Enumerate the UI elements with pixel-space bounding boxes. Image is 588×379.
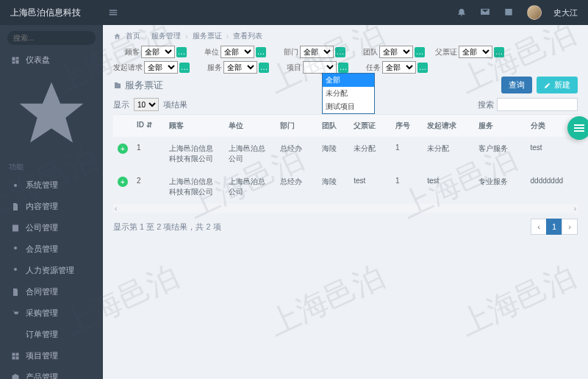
show-label: 显示 <box>113 99 129 110</box>
breadcrumb: 首页› 服务管理› 服务票证› 查看列表 <box>113 31 578 41</box>
col-header[interactable]: 序号 <box>391 115 423 138</box>
dropdown-option[interactable]: 未分配 <box>323 87 374 100</box>
col-header[interactable]: 发起请求 <box>423 115 474 138</box>
filter-select[interactable]: 全部 <box>141 46 175 58</box>
menu-toggle-icon[interactable] <box>103 2 123 23</box>
cell-req: 未分配 <box>423 138 474 171</box>
page-size-select[interactable]: 10 <box>134 98 159 111</box>
filter-select[interactable]: 全部 <box>223 61 257 74</box>
filter-select[interactable]: 全部 <box>382 61 416 74</box>
sidebar-item-cart[interactable]: 采购管理 <box>0 302 103 324</box>
gear-icon <box>11 181 20 190</box>
filter-select[interactable]: 全部 <box>220 46 254 58</box>
cell-id: 1 <box>132 138 165 171</box>
calendar-icon[interactable] <box>503 7 515 18</box>
sidebar-search-input[interactable] <box>7 31 96 45</box>
crumb[interactable]: 服务票证 <box>193 31 222 41</box>
bell-icon[interactable] <box>456 7 468 18</box>
pager-next[interactable]: › <box>562 219 578 235</box>
crumb[interactable]: 服务管理 <box>151 31 181 41</box>
filter-clear-icon[interactable]: … <box>256 47 266 57</box>
cell-team: 海陵 <box>318 138 349 171</box>
cell-dept: 总经办 <box>276 171 318 204</box>
filter-select[interactable]: 全部 <box>144 61 178 74</box>
filter-select[interactable]: 全部 <box>300 46 334 58</box>
filter-clear-icon[interactable]: … <box>176 47 187 57</box>
cell-unit: 上海邑泊总公司 <box>224 138 276 171</box>
brand-name: 上海邑泊信息科技 <box>0 7 103 19</box>
sidebar-item-doc[interactable]: 内容管理 <box>0 196 103 217</box>
mail-icon[interactable] <box>480 7 492 18</box>
create-button[interactable]: 新建 <box>537 77 578 93</box>
sidebar-item-grid[interactable]: 项目管理 <box>0 345 103 366</box>
filter-clear-icon[interactable]: … <box>335 47 345 57</box>
cell-cat: dddddddd <box>526 171 578 204</box>
filter-clear-icon[interactable]: … <box>415 47 425 57</box>
query-button[interactable]: 查询 <box>501 77 532 93</box>
results-table: ID ⇵顾客单位部门团队父票证序号发起请求服务分类标题描述 + 1 上海邑泊信息… <box>113 115 578 204</box>
filter-label: 发起请求 <box>113 63 143 73</box>
filter-部门: 部门 全部 … <box>272 46 345 58</box>
crumb: 查看列表 <box>233 31 262 41</box>
col-header[interactable]: 团队 <box>318 115 349 138</box>
sidebar-item-label: 系统管理 <box>26 180 58 191</box>
main-content: 首页› 服务管理› 服务票证› 查看列表 顾客 全部 …单位 全部 …部门 全部… <box>103 25 588 379</box>
col-header[interactable]: 服务 <box>474 115 526 138</box>
project-dropdown-panel[interactable]: 全部 未分配 测试项目 <box>322 73 375 114</box>
filter-父票证: 父票证 全部 … <box>431 46 504 58</box>
filter-clear-icon[interactable]: … <box>179 63 190 73</box>
filter-团队: 团队 全部 … <box>351 46 425 58</box>
filter-任务: 任务 全部 … <box>354 61 428 74</box>
table-header-row: ID ⇵顾客单位部门团队父票证序号发起请求服务分类标题描述 <box>113 115 578 138</box>
pager-prev[interactable]: ‹ <box>531 219 547 235</box>
expand-row-icon[interactable]: + <box>118 177 128 187</box>
filter-select[interactable] <box>303 61 337 74</box>
sidebar-item-list[interactable]: 订单管理 <box>0 324 103 345</box>
sidebar-item-person[interactable]: 人力资源管理 <box>0 260 103 281</box>
filter-label: 顾客 <box>113 47 140 57</box>
pager-page[interactable]: 1 <box>546 219 562 235</box>
expand-row-icon[interactable]: + <box>118 144 128 154</box>
filter-clear-icon[interactable]: … <box>338 63 348 73</box>
sidebar-item-file[interactable]: 合同管理 <box>0 281 103 302</box>
cell-parent: 未分配 <box>349 138 391 171</box>
user-name[interactable]: 史大江 <box>553 7 578 18</box>
sidebar-item-label: 会员管理 <box>26 244 58 255</box>
col-header[interactable]: 部门 <box>276 115 318 138</box>
filter-clear-icon[interactable]: … <box>259 63 269 73</box>
filter-label: 单位 <box>193 47 219 57</box>
dropdown-option[interactable]: 全部 <box>323 74 374 87</box>
sidebar-item-label: 采购管理 <box>26 308 58 319</box>
home-icon[interactable] <box>113 32 121 40</box>
sidebar-item-cube[interactable]: 产品管理 <box>0 366 103 379</box>
col-header[interactable]: ID ⇵ <box>132 115 165 138</box>
cell-dept: 总经办 <box>276 138 318 171</box>
filter-发起请求: 发起请求 全部 … <box>113 61 190 74</box>
filter-label: 服务 <box>196 63 222 73</box>
fab-menu-button[interactable] <box>567 116 588 140</box>
sidebar-item-dashboard[interactable]: 仪表盘 <box>0 49 103 71</box>
pager: ‹ 1 › <box>531 219 578 235</box>
avatar[interactable] <box>527 5 542 20</box>
cart-icon <box>11 309 20 318</box>
cell-customer: 上海邑泊信息科技有限公司 <box>165 138 224 171</box>
col-header[interactable]: 顾客 <box>165 115 224 138</box>
cell-cat: test <box>526 138 578 171</box>
table-search-input[interactable] <box>497 98 578 111</box>
col-header[interactable]: 单位 <box>224 115 276 138</box>
filter-label: 部门 <box>272 47 298 57</box>
dropdown-option[interactable]: 测试项目 <box>323 100 374 113</box>
filter-select[interactable]: 全部 <box>459 46 492 58</box>
col-header[interactable]: 父票证 <box>349 115 391 138</box>
dashboard-icon <box>11 56 20 65</box>
filter-select[interactable]: 全部 <box>379 46 413 58</box>
filter-clear-icon[interactable]: … <box>494 47 504 57</box>
filter-clear-icon[interactable]: … <box>417 63 428 73</box>
sidebar-item-building[interactable]: 公司管理 <box>0 217 103 238</box>
sidebar-item-gear[interactable]: 系统管理 <box>0 174 103 196</box>
users-icon <box>11 245 20 254</box>
sidebar-item-users[interactable]: 会员管理 <box>0 238 103 260</box>
cell-team: 海陵 <box>318 171 349 204</box>
crumb[interactable]: 首页 <box>126 31 140 41</box>
horizontal-scrollbar[interactable]: ‹› <box>113 204 578 213</box>
